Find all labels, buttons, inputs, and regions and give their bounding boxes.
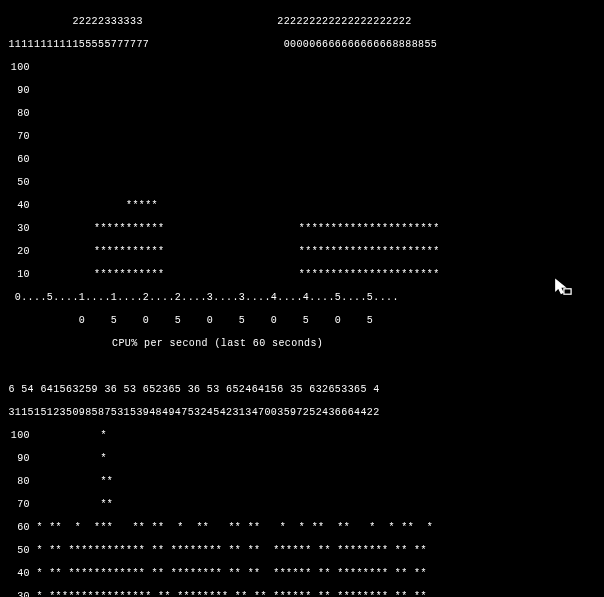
sec-header-2: 1111111111155555777777 00000666666666666… — [2, 39, 602, 51]
min-row-70: 70 ** — [2, 499, 602, 511]
sec-xaxis-2: 0 5 0 5 0 5 0 5 0 5 — [2, 315, 602, 327]
sec-row-90: 90 — [2, 85, 602, 97]
min-row-100: 100 * — [2, 430, 602, 442]
cpu-history-terminal: 22222333333 222222222222222222222 111111… — [0, 0, 604, 597]
min-row-50: 50 * ** ************ ** ******** ** ** *… — [2, 545, 602, 557]
sec-row-20: 20 *********** ********************** — [2, 246, 602, 258]
min-row-40: 40 * ** ************ ** ******** ** ** *… — [2, 568, 602, 580]
sec-row-100: 100 — [2, 62, 602, 74]
min-row-80: 80 ** — [2, 476, 602, 488]
sec-row-80: 80 — [2, 108, 602, 120]
min-header-2: 3115151235098587531539484947532454231347… — [2, 407, 602, 419]
sec-caption: CPU% per second (last 60 seconds) — [2, 338, 602, 350]
sec-xaxis-1: 0....5....1....1....2....2....3....3....… — [2, 292, 602, 304]
sec-row-30: 30 *********** ********************** — [2, 223, 602, 235]
sec-row-70: 70 — [2, 131, 602, 143]
sec-row-60: 60 — [2, 154, 602, 166]
sec-row-50: 50 — [2, 177, 602, 189]
min-row-90: 90 * — [2, 453, 602, 465]
min-row-30: 30 * **************** ** ******** ** ** … — [2, 591, 602, 598]
min-header-1: 6 54 641563259 36 53 652365 36 53 652464… — [2, 384, 602, 396]
sec-row-40: 40 ***** — [2, 200, 602, 212]
sec-row-10: 10 *********** ********************** — [2, 269, 602, 281]
min-row-60: 60 * ** * *** ** ** * ** ** ** * * ** **… — [2, 522, 602, 534]
sec-header-1: 22222333333 222222222222222222222 — [2, 16, 602, 28]
